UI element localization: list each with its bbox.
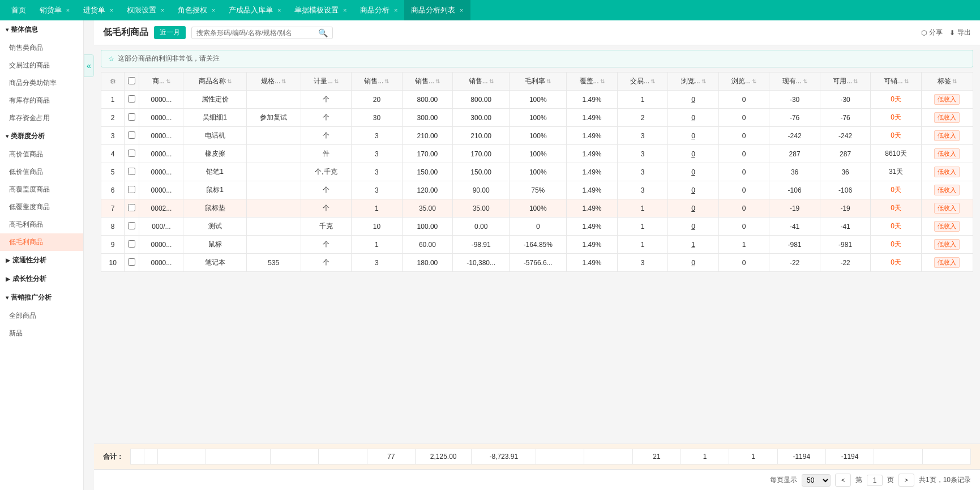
nav-item-roles[interactable]: 角色授权 ×: [171, 0, 222, 20]
col-current-stock[interactable]: 现有...⇅: [769, 73, 820, 91]
sidebar-item-high-margin[interactable]: 高毛利商品: [0, 216, 83, 233]
page-size-select[interactable]: 50 20 100: [802, 474, 831, 487]
row-checkbox[interactable]: [128, 258, 135, 266]
sidebar-item-low-margin[interactable]: 低毛利商品: [0, 233, 83, 251]
nav-item-permissions[interactable]: 权限设置 ×: [120, 0, 171, 20]
close-icon[interactable]: ×: [110, 7, 113, 14]
browse1-link[interactable]: 0: [691, 186, 695, 194]
row-checkbox-cell[interactable]: [125, 199, 139, 218]
sidebar-item-low-value[interactable]: 低价值商品: [0, 163, 83, 181]
share-button[interactable]: ⬡ 分享: [921, 28, 943, 37]
close-icon[interactable]: ×: [394, 7, 397, 14]
nav-item-analysis-list[interactable]: 商品分析列表 ×: [404, 0, 470, 20]
row-checkbox-cell[interactable]: [125, 218, 139, 236]
sort-icon[interactable]: ⇅: [435, 78, 440, 84]
row-checkbox[interactable]: [128, 204, 135, 211]
col-settings[interactable]: ⚙: [101, 73, 125, 91]
close-icon[interactable]: ×: [212, 7, 215, 14]
sidebar-item-traded-products[interactable]: 交易过的商品: [0, 57, 83, 74]
sidebar-item-high-coverage[interactable]: 高覆盖度商品: [0, 181, 83, 198]
close-icon[interactable]: ×: [161, 7, 164, 14]
sidebar-item-category-rate[interactable]: 商品分类助销率: [0, 74, 83, 92]
col-unit[interactable]: 计量...⇅: [301, 73, 352, 91]
sort-icon[interactable]: ⇅: [227, 78, 232, 84]
sidebar-group-overall[interactable]: ▾ 整体信息: [0, 20, 83, 39]
browse1-link[interactable]: 0: [691, 114, 695, 122]
sidebar-group-cluster[interactable]: ▾ 类群度分析: [0, 127, 83, 146]
col-sales-price[interactable]: 销售...⇅: [402, 73, 453, 91]
search-icon[interactable]: 🔍: [318, 28, 328, 37]
col-sales-amount[interactable]: 销售...⇅: [453, 73, 510, 91]
prev-page-button[interactable]: ＜: [835, 474, 851, 487]
browse1-link[interactable]: 0: [691, 168, 695, 176]
nav-item-products[interactable]: 产成品入库单 ×: [222, 0, 288, 20]
col-tag[interactable]: 标签⇅: [921, 73, 973, 91]
sort-icon[interactable]: ⇅: [384, 78, 389, 84]
sidebar-item-new-products[interactable]: 新品: [0, 325, 83, 342]
col-spec[interactable]: 规格...⇅: [246, 73, 301, 91]
row-checkbox-cell[interactable]: [125, 109, 139, 127]
row-checkbox[interactable]: [128, 131, 135, 139]
nav-item-template[interactable]: 单据模板设置 ×: [288, 0, 353, 20]
col-gross-margin[interactable]: 毛利率⇅: [510, 73, 567, 91]
sidebar-item-low-coverage[interactable]: 低覆盖度商品: [0, 198, 83, 216]
search-input[interactable]: [196, 29, 318, 37]
sort-icon[interactable]: ⇅: [281, 78, 286, 84]
sidebar-item-sales-products[interactable]: 销售类商品: [0, 39, 83, 57]
browse1-link[interactable]: 0: [691, 259, 695, 267]
sort-icon[interactable]: ⇅: [752, 78, 756, 84]
sort-icon[interactable]: ⇅: [952, 78, 957, 84]
row-checkbox-cell[interactable]: [125, 181, 139, 199]
sort-icon[interactable]: ⇅: [489, 78, 494, 84]
sidebar-item-high-value[interactable]: 高价值商品: [0, 146, 83, 163]
col-available[interactable]: 可用...⇅: [820, 73, 871, 91]
close-icon[interactable]: ×: [343, 7, 346, 14]
sidebar-item-stock-capital[interactable]: 库存资金占用: [0, 109, 83, 127]
row-checkbox[interactable]: [128, 186, 135, 193]
sort-icon[interactable]: ⇅: [904, 78, 909, 84]
col-trade[interactable]: 交易...⇅: [617, 73, 668, 91]
sort-icon[interactable]: ⇅: [853, 78, 858, 84]
nav-item-purchase[interactable]: 进货单 ×: [76, 0, 120, 20]
row-checkbox[interactable]: [128, 150, 135, 157]
browse1-link[interactable]: 0: [691, 96, 695, 104]
col-sales-qty[interactable]: 销售...⇅: [352, 73, 403, 91]
sort-icon[interactable]: ⇅: [701, 78, 706, 84]
browse1-link[interactable]: 1: [691, 241, 695, 249]
close-icon[interactable]: ×: [460, 7, 463, 14]
nav-item-sales[interactable]: 销货单 ×: [33, 0, 76, 20]
sort-icon[interactable]: ⇅: [651, 78, 655, 84]
col-coverage[interactable]: 覆盖...⇅: [567, 73, 618, 91]
browse1-link[interactable]: 0: [691, 132, 695, 140]
browse1-link[interactable]: 0: [691, 223, 695, 231]
select-all-checkbox[interactable]: [128, 77, 135, 84]
close-icon[interactable]: ×: [277, 7, 281, 14]
row-checkbox-cell[interactable]: [125, 236, 139, 254]
col-name[interactable]: 商品名称⇅: [183, 73, 246, 91]
row-checkbox[interactable]: [128, 222, 135, 229]
row-checkbox-cell[interactable]: [125, 127, 139, 145]
sort-icon[interactable]: ⇅: [334, 78, 339, 84]
next-page-button[interactable]: ＞: [898, 474, 914, 487]
col-browse2[interactable]: 浏览...⇅: [718, 73, 769, 91]
sort-icon[interactable]: ⇅: [600, 78, 605, 84]
sidebar-group-growth[interactable]: ▶ 成长性分析: [0, 270, 83, 288]
settings-icon[interactable]: ⚙: [110, 78, 116, 86]
export-button[interactable]: ⬇ 导出: [949, 28, 971, 37]
row-checkbox[interactable]: [128, 95, 135, 103]
col-saleable[interactable]: 可销...⇅: [871, 73, 922, 91]
filter-recent-month[interactable]: 近一月: [154, 26, 186, 39]
row-checkbox-cell[interactable]: [125, 163, 139, 181]
browse1-link[interactable]: 0: [691, 204, 695, 212]
nav-item-home[interactable]: 首页: [5, 0, 33, 20]
row-checkbox[interactable]: [128, 240, 135, 248]
col-checkbox[interactable]: [125, 73, 139, 91]
row-checkbox[interactable]: [128, 113, 135, 121]
nav-item-analysis[interactable]: 商品分析 ×: [353, 0, 404, 20]
sidebar-group-flow[interactable]: ▶ 流通性分析: [0, 251, 83, 270]
row-checkbox-cell[interactable]: [125, 254, 139, 272]
row-checkbox-cell[interactable]: [125, 91, 139, 109]
close-icon[interactable]: ×: [66, 7, 70, 14]
sort-icon[interactable]: ⇅: [166, 78, 170, 84]
col-browse1[interactable]: 浏览...⇅: [668, 73, 719, 91]
